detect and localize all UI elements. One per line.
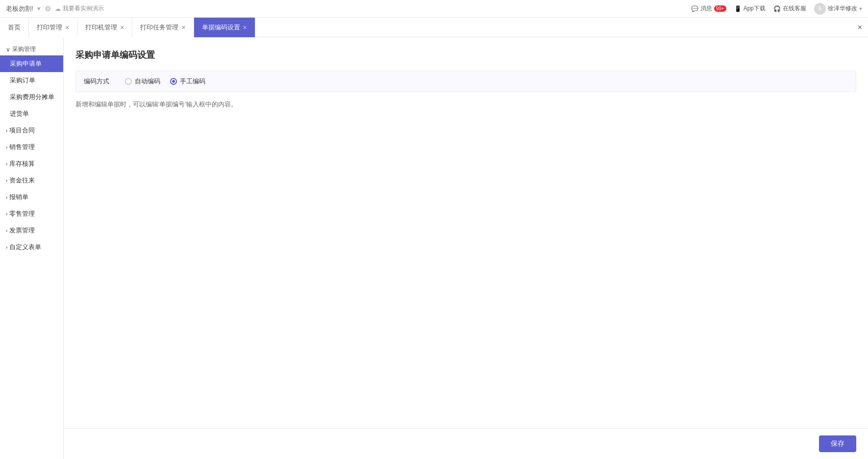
manual-encoding-label: 手工编码 [180, 77, 205, 86]
sidebar-group-sales-label: 销售管理 [9, 143, 35, 152]
message-icon: 💬 [691, 5, 698, 12]
tab-printer-mgmt-label: 打印机管理 [85, 23, 117, 32]
user-dropdown-icon: ▾ [859, 5, 862, 12]
content-footer: 保存 [64, 428, 868, 459]
sidebar-item-purchase-request[interactable]: 采购申请单 [0, 55, 63, 72]
app-download-label: App下载 [744, 4, 766, 13]
chevron-down-icon: ∨ [6, 46, 10, 53]
cloud-icon: ☁ [55, 5, 61, 12]
sidebar-group-returns[interactable]: › 报销单 [0, 189, 63, 205]
tab-home-label: 首页 [8, 23, 21, 32]
content-area: 采购申请单编码设置 编码方式 自动编码 手工编码 [64, 37, 868, 459]
app-title: 老板勿割! [6, 4, 33, 13]
chevron-right-icon-5: › [6, 195, 7, 200]
sidebar-group-inventory[interactable]: › 库存核算 [0, 155, 63, 172]
auto-encoding-label: 自动编码 [135, 77, 160, 86]
online-service-label: 在线客服 [783, 4, 806, 13]
chevron-right-icon-8: › [6, 245, 7, 250]
radio-auto-encoding[interactable]: 自动编码 [125, 77, 160, 86]
chevron-right-icon-2: › [6, 145, 7, 150]
tab-barcode-settings-label: 单据编码设置 [202, 23, 240, 32]
sidebar-group-custom-forms-label: 自定义表单 [9, 243, 41, 252]
sidebar-item-inbound[interactable]: 进货单 [0, 105, 63, 122]
tab-print-mgmt-close[interactable]: × [65, 24, 69, 31]
tab-bar-close-btn[interactable]: × [852, 23, 868, 32]
tab-barcode-settings[interactable]: 单据编码设置 × [194, 18, 255, 37]
sidebar-group-purchase-mgmt[interactable]: ∨ 采购管理 [0, 41, 63, 55]
sidebar: ∨ 采购管理 采购申请单 采购订单 采购费用分摊单 进货单 › 项目合同 › 销… [0, 37, 64, 459]
sidebar-item-purchase-expense[interactable]: 采购费用分摊单 [0, 89, 63, 105]
tab-print-mgmt-label: 打印管理 [37, 23, 62, 32]
message-badge: 99+ [714, 5, 726, 12]
sidebar-item-purchase-order-label: 采购订单 [10, 76, 35, 84]
chevron-right-icon-6: › [6, 211, 7, 217]
tab-barcode-settings-close[interactable]: × [243, 24, 247, 31]
sidebar-group-sales-mgmt[interactable]: › 销售管理 [0, 139, 63, 155]
sidebar-group-invoice-label: 发票管理 [9, 226, 35, 235]
sidebar-item-purchase-order[interactable]: 采购订单 [0, 72, 63, 89]
message-btn[interactable]: 💬 消息 99+ [691, 4, 726, 13]
tab-printer-mgmt-close[interactable]: × [120, 24, 124, 31]
radio-manual-encoding[interactable]: 手工编码 [170, 77, 205, 86]
app-download-btn[interactable]: 📱 App下载 [734, 4, 766, 13]
tab-bar: 首页 打印管理 × 打印机管理 × 打印任务管理 × 单据编码设置 × × [0, 18, 868, 37]
demo-link[interactable]: ☁ 我要看实例演示 [55, 4, 104, 13]
encoding-label: 编码方式 [84, 77, 109, 86]
chevron-right-icon: › [6, 128, 7, 133]
page-title: 采购申请单编码设置 [75, 49, 856, 61]
top-bar-left: 老板勿割! ▾ ⚙ ☁ 我要看实例演示 [6, 4, 104, 13]
sidebar-group-funds[interactable]: › 资金往来 [0, 172, 63, 189]
dropdown-icon[interactable]: ▾ [37, 5, 41, 12]
sidebar-group-purchase-label: 采购管理 [12, 45, 36, 53]
sidebar-group-retail-label: 零售管理 [9, 209, 35, 218]
avatar: 头 [814, 3, 826, 15]
radio-manual-dot [172, 80, 175, 83]
sidebar-item-purchase-request-label: 采购申请单 [10, 60, 42, 67]
hint-text: 新增和编辑单据时，可以编辑'单据编号'输入框中的内容。 [75, 100, 856, 109]
sidebar-group-retail-mgmt[interactable]: › 零售管理 [0, 205, 63, 222]
save-button[interactable]: 保存 [819, 435, 856, 452]
headset-icon: 🎧 [773, 5, 781, 12]
sidebar-group-invoice-mgmt[interactable]: › 发票管理 [0, 222, 63, 239]
online-service-btn[interactable]: 🎧 在线客服 [773, 4, 806, 13]
sidebar-group-inventory-label: 库存核算 [9, 159, 35, 168]
sidebar-group-project-contract-label: 项目合同 [9, 126, 35, 135]
encoding-section: 编码方式 自动编码 手工编码 [75, 71, 856, 92]
user-name: 徐泽华修改 [828, 4, 857, 13]
radio-manual-circle [170, 78, 177, 85]
chevron-right-icon-4: › [6, 178, 7, 183]
phone-icon: 📱 [734, 5, 742, 12]
sidebar-item-purchase-expense-label: 采购费用分摊单 [10, 93, 54, 101]
message-label: 消息 [700, 4, 712, 13]
main-layout: ∨ 采购管理 采购申请单 采购订单 采购费用分摊单 进货单 › 项目合同 › 销… [0, 37, 868, 459]
tab-print-task-mgmt[interactable]: 打印任务管理 × [132, 18, 194, 37]
user-avatar-btn[interactable]: 头 徐泽华修改 ▾ [814, 3, 862, 15]
chevron-right-icon-7: › [6, 228, 7, 233]
settings-icon[interactable]: ⚙ [45, 4, 51, 13]
tab-printer-mgmt[interactable]: 打印机管理 × [77, 18, 132, 37]
radio-group-encoding: 自动编码 手工编码 [125, 77, 205, 86]
tab-print-mgmt[interactable]: 打印管理 × [29, 18, 77, 37]
sidebar-group-project-contract[interactable]: › 项目合同 [0, 122, 63, 139]
sidebar-group-custom-forms[interactable]: › 自定义表单 [0, 239, 63, 255]
tab-home[interactable]: 首页 [0, 18, 29, 37]
sidebar-item-inbound-label: 进货单 [10, 110, 29, 117]
demo-text: 我要看实例演示 [63, 4, 104, 13]
tab-print-task-mgmt-close[interactable]: × [181, 24, 185, 31]
radio-auto-circle [125, 78, 132, 85]
top-bar: 老板勿割! ▾ ⚙ ☁ 我要看实例演示 💬 消息 99+ 📱 App下载 🎧 在… [0, 0, 868, 18]
content-inner: 采购申请单编码设置 编码方式 自动编码 手工编码 [64, 37, 868, 428]
chevron-right-icon-3: › [6, 161, 7, 167]
sidebar-group-funds-label: 资金往来 [9, 176, 35, 185]
tab-print-task-mgmt-label: 打印任务管理 [140, 23, 178, 32]
sidebar-group-returns-label: 报销单 [9, 193, 28, 202]
top-bar-right: 💬 消息 99+ 📱 App下载 🎧 在线客服 头 徐泽华修改 ▾ [691, 3, 862, 15]
